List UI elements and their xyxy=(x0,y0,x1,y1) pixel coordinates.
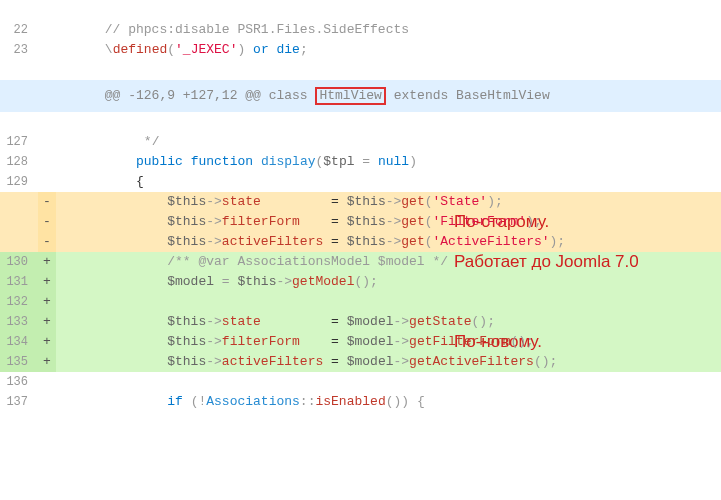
code-line[interactable]: 132+ xyxy=(0,292,721,312)
code-line[interactable]: 128 public function display($tpl = null) xyxy=(0,152,721,172)
code-token: $model xyxy=(347,354,394,369)
code-token: $this xyxy=(167,194,206,209)
code-token: HtmlView xyxy=(315,87,385,105)
line-number: 129 xyxy=(0,172,38,192)
code-content[interactable]: $this->state = $this->get('State');По-ст… xyxy=(56,192,721,212)
code-token: -> xyxy=(206,214,222,229)
code-token: ); xyxy=(550,234,566,249)
code-token: getState xyxy=(409,314,471,329)
code-token: = xyxy=(214,274,237,289)
code-token: 'FilterForm' xyxy=(433,214,527,229)
code-content[interactable]: $model = $this->getModel(); xyxy=(56,272,721,292)
code-token xyxy=(253,154,261,169)
code-token: -> xyxy=(206,334,222,349)
code-line[interactable] xyxy=(0,112,721,132)
code-token xyxy=(58,194,167,209)
code-token: = xyxy=(300,334,347,349)
code-content[interactable]: if (!Associations::isEnabled()) { xyxy=(56,392,721,412)
code-token: $model xyxy=(347,334,394,349)
code-line[interactable]: 133+ $this->state = $model->getState();П… xyxy=(0,312,721,332)
code-token xyxy=(58,22,105,37)
code-token: $model xyxy=(347,314,394,329)
code-token: */ xyxy=(144,134,160,149)
code-line[interactable] xyxy=(0,0,721,20)
code-line[interactable]: 127 */ xyxy=(0,132,721,152)
code-token: -> xyxy=(394,314,410,329)
line-number: 137 xyxy=(0,392,38,412)
code-token: ) xyxy=(409,154,417,169)
diff-marker: - xyxy=(38,212,56,232)
code-token xyxy=(58,154,136,169)
code-token: get xyxy=(401,194,424,209)
code-token: -> xyxy=(386,234,402,249)
code-token xyxy=(58,254,167,269)
code-line[interactable]: 137 if (!Associations::isEnabled()) { xyxy=(0,392,721,412)
code-content[interactable]: /** @var AssociationsModel $model */ xyxy=(56,252,721,272)
code-token: state xyxy=(222,314,261,329)
code-line[interactable]: 23 \defined('_JEXEC') or die; xyxy=(0,40,721,60)
code-line[interactable]: 134+ $this->filterForm = $model->getFilt… xyxy=(0,332,721,352)
code-token: :: xyxy=(300,394,316,409)
code-token: 'ActiveFilters' xyxy=(433,234,550,249)
code-line[interactable] xyxy=(0,60,721,80)
diff-marker: + xyxy=(38,272,56,292)
code-token: -> xyxy=(276,274,292,289)
code-line[interactable]: 135+ $this->activeFilters = $model->getA… xyxy=(0,352,721,372)
code-token: $this xyxy=(347,234,386,249)
code-content[interactable]: @@ -126,9 +127,12 @@ class HtmlView exte… xyxy=(56,80,721,112)
code-token xyxy=(58,134,144,149)
code-line[interactable]: 136 xyxy=(0,372,721,392)
code-token: $model xyxy=(167,274,214,289)
code-token: -> xyxy=(393,334,409,349)
code-token xyxy=(183,154,191,169)
code-token: ()) { xyxy=(386,394,425,409)
code-content[interactable]: \defined('_JEXEC') or die; xyxy=(56,40,721,60)
code-token: -> xyxy=(206,234,222,249)
code-line[interactable]: 22 // phpcs:disable PSR1.Files.SideEffec… xyxy=(0,20,721,40)
line-number: 136 xyxy=(0,372,38,392)
code-token: state xyxy=(222,194,261,209)
code-line[interactable]: 130+ /** @var AssociationsModel $model *… xyxy=(0,252,721,272)
line-number: 131 xyxy=(0,272,38,292)
code-content[interactable]: $this->state = $model->getState();По-нов… xyxy=(56,312,721,332)
code-line[interactable]: - $this->activeFilters = $this->get('Act… xyxy=(0,232,721,252)
code-token: get xyxy=(401,214,424,229)
code-token: $this xyxy=(167,234,206,249)
code-content[interactable]: // phpcs:disable PSR1.Files.SideEffects xyxy=(56,20,721,40)
code-token: $this xyxy=(237,274,276,289)
code-token: getModel xyxy=(292,274,354,289)
code-token: getActiveFilters xyxy=(409,354,534,369)
line-number: 128 xyxy=(0,152,38,172)
code-content[interactable]: $this->filterForm = $this->get('FilterFo… xyxy=(56,212,721,232)
code-token xyxy=(58,314,167,329)
code-line[interactable]: @@ -126,9 +127,12 @@ class HtmlView exte… xyxy=(0,80,721,112)
code-line[interactable]: 131+ $model = $this->getModel(); xyxy=(0,272,721,292)
code-token: extends BaseHtmlView xyxy=(386,88,550,103)
code-token: = xyxy=(261,314,347,329)
code-content[interactable]: */ xyxy=(56,132,721,152)
code-content[interactable]: { xyxy=(56,172,721,192)
code-token: 'State' xyxy=(433,194,488,209)
code-line[interactable]: 129 { xyxy=(0,172,721,192)
line-number: 22 xyxy=(0,20,38,40)
code-token: (); xyxy=(534,354,557,369)
code-token: public xyxy=(136,154,183,169)
code-token: = xyxy=(355,154,378,169)
code-line[interactable]: - $this->filterForm = $this->get('Filter… xyxy=(0,212,721,232)
code-token: -> xyxy=(206,314,222,329)
code-token: or xyxy=(253,42,269,57)
code-token xyxy=(58,354,167,369)
code-token: -> xyxy=(393,354,409,369)
code-content[interactable]: $this->filterForm = $model->getFilterFor… xyxy=(56,332,721,352)
code-content[interactable]: $this->activeFilters = $this->get('Activ… xyxy=(56,232,721,252)
code-line[interactable]: - $this->state = $this->get('State');По-… xyxy=(0,192,721,212)
code-token: defined xyxy=(113,42,168,57)
code-content[interactable]: $this->activeFilters = $model->getActive… xyxy=(56,352,721,372)
code-token: activeFilters xyxy=(222,234,323,249)
code-token: ( xyxy=(425,214,433,229)
code-token: $this xyxy=(167,354,206,369)
code-content[interactable]: public function display($tpl = null) xyxy=(56,152,721,172)
code-token: = xyxy=(323,354,346,369)
line-number: 132 xyxy=(0,292,38,312)
diff-view: 22 // phpcs:disable PSR1.Files.SideEffec… xyxy=(0,0,721,412)
